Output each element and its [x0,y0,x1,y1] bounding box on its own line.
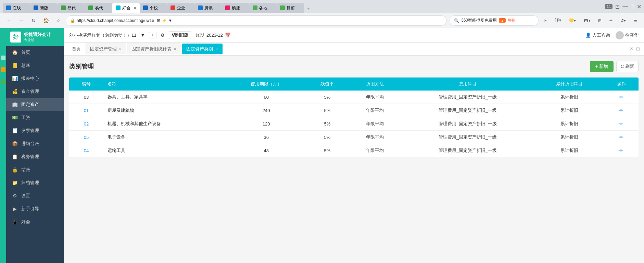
sidebar-item-closing[interactable]: 🔒 结账 [6,163,64,176]
tab-label-3: 易代 [67,5,76,11]
user-avatar-button[interactable]: 徐泽华 [616,31,639,39]
tab-asset-category[interactable]: 固定资产类别 ✕ [182,44,223,54]
game-button[interactable]: 🎮▾ [581,17,593,24]
tab-depreciation-table-close[interactable]: ✕ [174,47,177,51]
bookmark-button[interactable]: ☆ [53,16,63,25]
purchase-sales-icon: 📦 [12,141,18,146]
browser-toolbar: ← → ↻ 🏠 ☆ 🔒 https://cloud.chanjet.com/ac… [0,13,644,28]
row3-edit-icon[interactable]: ✏ [619,121,623,127]
back-button[interactable]: ← [4,16,14,25]
row2-edit-icon[interactable]: ✏ [619,108,623,113]
dropdown-icon[interactable]: ▼ [168,18,172,23]
browser-tab-7[interactable]: 企业 [167,3,194,13]
site-info-icon[interactable]: ⊞ [157,18,160,23]
sidebar-item-funds[interactable]: 💰 资金管理 [6,85,64,98]
switch-version-button[interactable]: 切到旧版 [169,31,191,39]
sidebar-item-archive[interactable]: 📁 归档管理 [6,176,64,189]
sidebar-item-settings[interactable]: ⚙ 设置 [6,189,64,202]
sidebar-logo: 好 畅捷通好会计 专业版 [6,28,64,46]
translate-button[interactable]: 译▾ [552,16,564,25]
col-expense: 费用科目 [401,77,534,91]
grid-button[interactable]: ⊞ [595,17,604,24]
reload-button[interactable]: ↻ [29,16,38,25]
sidebar-item-purchase-sales[interactable]: 📦 进销台账 [6,137,64,150]
tab-expand-icon[interactable]: ⊡ [636,46,640,51]
tab-close-5[interactable]: ✕ [134,6,136,10]
row5-period: 48 [227,144,306,157]
calendar-icon[interactable]: 📅 [225,33,230,38]
sidebar-item-guide[interactable]: ▶ 新手引导 [6,202,64,215]
home-nav-button[interactable]: 🏠 [41,16,51,25]
row3-expense: 管理费用_固定资产折旧_一级 [401,117,534,131]
sidebar-label-fixed-assets: 固定资产 [21,101,39,108]
row2-action[interactable]: ✏ [604,104,639,117]
browser-tab-6[interactable]: 个税 [140,3,167,13]
sidebar-item-payroll[interactable]: 💵 工资 [6,111,64,124]
fixed-assets-icon: 🏢 [12,102,18,107]
row4-edit-icon[interactable]: ✏ [619,134,623,140]
sidebar-item-invoice[interactable]: 🧾 发票管理 [6,124,64,137]
row5-code[interactable]: 04 [69,144,103,157]
refresh-button[interactable]: C 刷新 [616,61,639,72]
row3-code[interactable]: 02 [69,117,103,131]
browser-tab-9[interactable]: 畅捷 [222,3,249,13]
add-account-button[interactable]: + [149,32,156,38]
address-bar[interactable]: 🔒 https://cloud.chanjet.com/accounting/u… [66,15,447,26]
tab-fixed-assets-mgmt-close[interactable]: ✕ [119,47,122,51]
row5-residual: 5% [306,144,349,157]
lock-icon: 🔒 [70,18,75,23]
row4-action[interactable]: ✏ [604,131,639,144]
sidebar-item-ledger[interactable]: 📒 总账 [6,59,64,72]
menu-button[interactable]: ☰ [631,17,640,24]
tab-fixed-assets-mgmt[interactable]: 固定资产管理 ✕ [86,44,126,54]
wallet-button[interactable]: 💛▾ [566,17,579,24]
window-close-icon[interactable]: ✕ [637,3,641,10]
browser-tab-5[interactable]: 好会 ✕ [112,3,140,13]
sidebar-label-payroll: 工资 [21,115,30,121]
maximize-icon[interactable]: □ [631,3,634,10]
flash-icon[interactable]: ⚡ [162,18,167,23]
add-button[interactable]: + 新增 [590,61,614,72]
row1-edit-icon[interactable]: ✏ [619,94,623,100]
tab-asset-category-close[interactable]: ✕ [215,47,218,51]
browser-tab-4[interactable]: 易代 [85,3,112,13]
tab-label-11: 目前 [287,5,295,11]
forward-button[interactable]: → [16,16,26,25]
browser-tab-1[interactable]: 在线 [3,3,30,13]
browser-tab-3[interactable]: 易代 [58,3,85,13]
tab-close-icon[interactable]: ✕ [630,46,633,51]
consult-button[interactable]: 👤 人工咨询 [585,32,610,38]
sidebar-item-reports[interactable]: 📊 报表中心 [6,72,64,85]
reports-icon: 📊 [12,76,18,81]
browser-tab-8[interactable]: 腾讯 [194,3,222,13]
tab-depreciation-table[interactable]: 固定资产折旧统计表 ✕ [127,44,181,54]
sidebar-item-more[interactable]: 📱 好会... [6,215,64,228]
undo-button[interactable]: ↺▾ [618,17,629,24]
minimize-icon[interactable]: — [622,3,628,10]
app-header-left: 刘小艳演示账套（勿删勿动！）11 ▼ + ⚙ 切到旧版 账期 2023-12 📅 [69,31,230,39]
brightness-button[interactable]: ☀ [606,17,616,24]
tab-label-8: 腾讯 [204,5,213,11]
row1-period: 60 [227,91,306,104]
tab-home[interactable]: 首页 [68,44,85,54]
sidebar-item-home[interactable]: 🏠 首页 [6,46,64,59]
new-tab-button[interactable]: + [304,5,312,13]
row4-code[interactable]: 05 [69,131,103,144]
dropdown-arrow[interactable]: ▼ [140,33,145,38]
search-bar[interactable]: 🔍 360智能抠图免费用 🔥 热搜 [450,15,539,26]
browser-tab-2[interactable]: 新版 [30,3,58,13]
archive-icon: 📁 [12,180,18,186]
scissors-button[interactable]: ✂ [541,17,550,24]
sidebar-item-tax[interactable]: 📋 税务管理 [6,150,64,163]
sidebar-item-fixed-assets[interactable]: 🏢 固定资产 [6,98,64,111]
row2-code[interactable]: 01 [69,104,103,117]
row3-action[interactable]: ✏ [604,117,639,131]
row5-action[interactable]: ✏ [604,144,639,157]
settings-gear-icon[interactable]: ⚙ [161,33,165,38]
row1-expense: 管理费用_固定资产折旧_一级 [401,91,534,104]
browser-tab-11[interactable]: 目前 [277,3,304,13]
browser-tab-10[interactable]: 各地 [249,3,277,13]
row5-edit-icon[interactable]: ✏ [619,148,623,153]
restore-icon[interactable]: ⊡ [615,3,620,10]
row1-action[interactable]: ✏ [604,91,639,104]
